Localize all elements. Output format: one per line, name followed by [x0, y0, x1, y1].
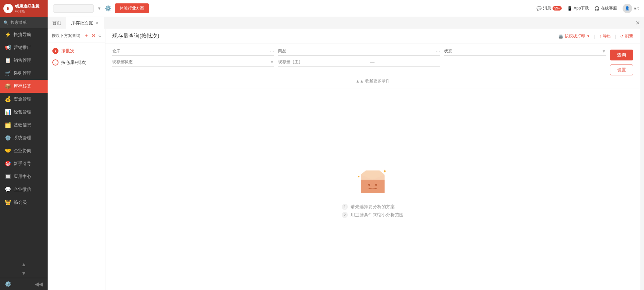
collapse-row: ▲▲ 收起更多条件	[112, 75, 633, 84]
export-icon: ↑	[599, 34, 601, 39]
collapse-btn[interactable]: ▲▲ 收起更多条件	[356, 78, 390, 84]
quick-nav-icon: ⚡	[5, 32, 11, 38]
enterprise-icon: 🤝	[5, 148, 11, 154]
svg-point-3	[375, 184, 377, 186]
user-action[interactable]: 👤 Rit	[623, 4, 639, 13]
plan-outline-icon: ○	[52, 59, 58, 66]
sidebar-item-newbie[interactable]: 🎯 新手引导	[0, 157, 48, 170]
toggle-icon[interactable]: ◀◀	[35, 281, 43, 287]
operations-icon: 📊	[5, 109, 11, 115]
inventory-status-label: 现存量状态	[112, 59, 135, 65]
inventory-status-chevron-icon[interactable]: ▼	[270, 60, 274, 65]
tab-batch-account[interactable]: 库存批次账 ×	[66, 17, 104, 29]
sidebar-item-system[interactable]: ⚙️ 系统管理	[0, 131, 48, 144]
collapse-icon: ▲▲	[356, 79, 364, 84]
page-header-actions: 🖨️ 按模板打印 ▼ | ↑ 导出 | ↺ 刷新	[558, 33, 633, 39]
topbar-right: 💬 消息 99+ 📱 App下载 🎧 在线客服 👤 Rit	[537, 4, 639, 13]
refresh-btn[interactable]: ↺ 刷新	[620, 33, 633, 39]
settings-icon[interactable]: ⚙️	[5, 281, 12, 287]
inventory-qty-min-input[interactable]	[305, 60, 369, 65]
newbie-icon: 🎯	[5, 161, 11, 167]
sidebar-item-marketing[interactable]: 📢 营销推广	[0, 41, 48, 54]
page-header: 现存量查询(按批次) 🖨️ 按模板打印 ▼ | ↑ 导出 | ↺	[105, 29, 640, 43]
system-icon: ⚙️	[5, 135, 11, 141]
empty-step-1: 1 请先选择要分析的方案	[342, 204, 404, 210]
member-icon: 👑	[5, 199, 11, 205]
product-input[interactable]	[288, 49, 436, 54]
inventory-icon: 📦	[5, 83, 11, 89]
sidebar-item-finance[interactable]: 💰 资金管理	[0, 93, 48, 106]
app-logo: 6	[3, 4, 13, 13]
left-panel-header: 按以下方案查询 ＋ ⊙ «	[48, 29, 105, 42]
topbar-chevron-icon[interactable]: ▼	[97, 6, 101, 11]
plan-active-icon: ●	[52, 48, 58, 54]
left-panel: 按以下方案查询 ＋ ⊙ « ● 按批次 ○ 按仓库+批次	[48, 29, 105, 290]
experience-btn[interactable]: 体验行业方案	[115, 3, 149, 13]
sidebar-scroll-down[interactable]: ▼	[0, 269, 48, 278]
phone-icon: 📱	[567, 6, 572, 11]
status-chevron-icon[interactable]: ▼	[602, 49, 606, 54]
export-btn[interactable]: ↑ 导出	[599, 33, 611, 39]
print-chevron-icon: ▼	[587, 34, 590, 38]
topbar: ▼ ⚙️ 体验行业方案 💬 消息 99+ 📱 App下载 🎧 在线客服 👤 Ri…	[48, 0, 644, 17]
brand-info: 畅康通好生意 标准版	[15, 3, 39, 14]
empty-steps: 1 请先选择要分析的方案 2 用过滤条件来缩小分析范围	[342, 204, 404, 218]
sidebar-item-app-center[interactable]: 🔲 应用中心	[0, 170, 48, 183]
filter-area: 仓库 ··· 商品 ···	[105, 43, 640, 89]
tab-close-icon[interactable]: ×	[95, 21, 99, 25]
warehouse-dots-icon[interactable]: ···	[270, 49, 274, 54]
search-icon: 🔍	[3, 20, 9, 25]
brand-name: 畅康通好生意	[15, 3, 39, 9]
sidebar-item-base[interactable]: 🗂️ 基础信息	[0, 119, 48, 131]
message-icon: 💬	[537, 6, 542, 11]
tab-home[interactable]: 首页	[48, 17, 66, 29]
app-download-action[interactable]: 📱 App下载	[567, 5, 589, 11]
product-dots-icon[interactable]: ···	[436, 49, 440, 54]
collapse-panel-icon[interactable]: «	[98, 33, 101, 39]
user-name: Rit	[633, 6, 639, 11]
svg-point-2	[368, 184, 370, 186]
online-service-action[interactable]: 🎧 在线客服	[594, 5, 617, 11]
filter-settings-btn[interactable]: 设置	[610, 65, 633, 75]
sidebar-item-operations[interactable]: 📊 经营管理	[0, 106, 48, 119]
print-icon: 🖨️	[558, 34, 563, 39]
sidebar-item-wechat[interactable]: 💬 企业微信	[0, 183, 48, 196]
settings-plan-icon[interactable]: ⊙	[91, 33, 96, 39]
main-area: ▼ ⚙️ 体验行业方案 💬 消息 99+ 📱 App下载 🎧 在线客服 👤 Ri…	[48, 0, 644, 290]
inventory-qty-max-input[interactable]	[376, 60, 440, 65]
messages-action[interactable]: 💬 消息 99+	[537, 5, 562, 11]
sidebar-item-purchase[interactable]: 🛒 采购管理	[0, 67, 48, 80]
plan-item-by-batch[interactable]: ● 按批次	[48, 45, 105, 57]
empty-step-2: 2 用过滤条件来缩小分析范围	[342, 212, 404, 218]
left-panel-body: ● 按批次 ○ 按仓库+批次	[48, 42, 105, 290]
brand-sub: 标准版	[15, 9, 39, 14]
tabs-bar: 首页 库存批次账 × ✕	[48, 17, 644, 29]
right-scrollbar[interactable]	[640, 29, 644, 290]
svg-text:✦: ✦	[357, 175, 360, 179]
empty-state: ✦ ✦ 1 请先选择要分析的方案 2 用过滤条件来缩小分析范围	[105, 89, 640, 290]
add-plan-icon[interactable]: ＋	[84, 33, 89, 39]
sidebar-item-sales[interactable]: 📋 销售管理	[0, 54, 48, 67]
divider1: |	[594, 34, 595, 39]
sidebar-item-quick-nav[interactable]: ⚡ 快捷导航	[0, 28, 48, 41]
plan-item-by-warehouse-batch[interactable]: ○ 按仓库+批次	[48, 57, 105, 68]
sidebar-scroll-up[interactable]: ▲	[0, 260, 48, 269]
page-content: 按以下方案查询 ＋ ⊙ « ● 按批次 ○ 按仓库+批次	[48, 29, 644, 290]
sidebar-search[interactable]: 🔍 搜索菜单	[0, 17, 48, 28]
warehouse-input[interactable]	[122, 49, 270, 54]
purchase-icon: 🛒	[5, 70, 11, 76]
headset-icon: 🎧	[594, 6, 599, 11]
sidebar-item-member[interactable]: 👑 畅会员	[0, 196, 48, 209]
messages-badge: 99+	[553, 6, 562, 11]
tab-close-all[interactable]: ✕	[631, 17, 644, 29]
topbar-search-input[interactable]	[53, 4, 94, 13]
marketing-icon: 📢	[5, 44, 11, 51]
sidebar-item-enterprise[interactable]: 🤝 企业协同	[0, 144, 48, 157]
topbar-left: ▼ ⚙️ 体验行业方案	[53, 3, 149, 13]
sidebar-footer: ⚙️ ◀◀	[0, 278, 48, 290]
print-btn[interactable]: 🖨️ 按模板打印 ▼	[558, 33, 590, 39]
filter-action-buttons: 查询 设置	[610, 48, 633, 75]
query-btn[interactable]: 查询	[610, 50, 633, 60]
topbar-gear-icon[interactable]: ⚙️	[105, 5, 112, 12]
sidebar-item-inventory[interactable]: 📦 库存核算	[0, 80, 48, 93]
